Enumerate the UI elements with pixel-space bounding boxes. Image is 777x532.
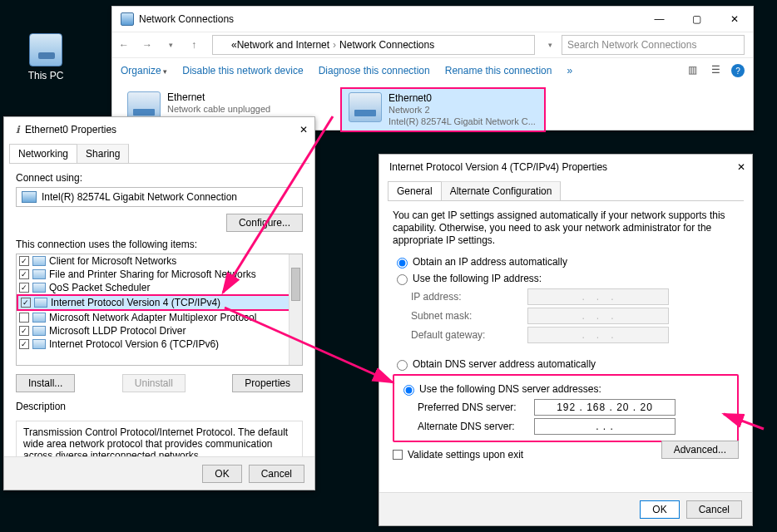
view-details-icon[interactable]: ☰ — [708, 64, 723, 77]
adapter-device: Intel(R) 82574L Gigabit Network C... — [388, 116, 536, 127]
default-gateway-label: Default gateway: — [411, 329, 527, 341]
properties-button[interactable]: Properties — [232, 374, 303, 392]
subnet-mask-field: . . . — [527, 308, 669, 324]
radio-ip-manual[interactable]: Use the following IP address: — [393, 272, 739, 285]
nav-up[interactable]: ↑ — [182, 39, 205, 51]
radio-dns-manual[interactable]: Use the following DNS server addresses: — [399, 382, 732, 396]
component-icon — [32, 283, 46, 293]
help-icon[interactable]: ? — [731, 64, 745, 77]
component-icon — [32, 313, 46, 323]
cancel-button[interactable]: Cancel — [249, 465, 304, 483]
adapter-small-icon: ℹ — [16, 124, 20, 136]
cancel-button[interactable]: Cancel — [686, 500, 742, 519]
rename-button[interactable]: Rename this connection — [445, 65, 552, 76]
network-connections-window: Network Connections — ▢ ✕ ← → ▾ ↑ « Netw… — [111, 6, 754, 131]
checkbox[interactable] — [393, 450, 403, 460]
item-label: Client for Microsoft Networks — [49, 255, 176, 267]
ip-address-field: . . . — [527, 288, 669, 305]
minimize-button[interactable]: — — [641, 7, 678, 32]
close-button[interactable]: ✕ — [299, 124, 308, 135]
tab-networking[interactable]: Networking — [9, 144, 77, 163]
adapter-name: Intel(R) 82574L Gigabit Network Connecti… — [42, 191, 237, 203]
list-item[interactable]: QoS Packet Scheduler — [17, 281, 302, 294]
component-icon — [34, 298, 47, 308]
scrollbar[interactable] — [289, 254, 302, 365]
organize-button[interactable]: Organize — [121, 65, 167, 76]
connect-using-label: Connect using: — [16, 172, 303, 184]
nav-recent[interactable]: ▾ — [159, 41, 182, 49]
radio-ip-auto[interactable]: Obtain an IP address automatically — [393, 255, 739, 268]
refresh-button[interactable]: ▾ — [538, 41, 562, 49]
list-item[interactable]: Client for Microsoft Networks — [17, 254, 302, 268]
component-icon — [32, 269, 46, 279]
breadcrumb-seg2[interactable]: Network Connections — [339, 39, 434, 51]
breadcrumb-seg1[interactable]: Network and Internet — [237, 39, 329, 51]
search-placeholder: Search Network Connections — [567, 39, 696, 51]
checkbox[interactable] — [19, 256, 29, 266]
dialog-title: Internet Protocol Version 4 (TCP/IPv4) P… — [389, 161, 737, 173]
nic-icon — [22, 191, 37, 203]
search-input[interactable]: Search Network Connections — [562, 35, 745, 55]
window-title: Network Connections — [139, 13, 641, 25]
default-gateway-field: . . . — [527, 327, 669, 343]
checkbox[interactable] — [19, 339, 29, 349]
component-icon — [32, 326, 46, 336]
install-button[interactable]: Install... — [16, 374, 75, 392]
ok-button[interactable]: OK — [640, 500, 679, 519]
advanced-button[interactable]: Advanced... — [661, 441, 739, 459]
titlebar: Network Connections — ▢ ✕ — [112, 7, 753, 32]
command-bar: Organize Disable this network device Dia… — [112, 58, 753, 83]
maximize-button[interactable]: ▢ — [678, 7, 715, 32]
items-listbox[interactable]: Client for Microsoft Networks File and P… — [16, 254, 303, 366]
radio-dns-auto[interactable]: Obtain DNS server address automatically — [393, 357, 739, 371]
checkbox[interactable] — [19, 313, 29, 323]
dialog-titlebar: Internet Protocol Version 4 (TCP/IPv4) P… — [379, 155, 752, 180]
network-icon — [121, 12, 134, 26]
overflow-button[interactable]: » — [567, 65, 572, 76]
adapter-name: Ethernet0 — [388, 92, 536, 104]
nav-fwd[interactable]: → — [136, 39, 159, 51]
checkbox[interactable] — [21, 298, 31, 308]
list-item[interactable]: File and Printer Sharing for Microsoft N… — [17, 268, 302, 281]
dns-highlight-frame: Use the following DNS server addresses: … — [393, 374, 739, 442]
desktop-this-pc[interactable]: This PC — [21, 33, 71, 81]
address-row: ← → ▾ ↑ « Network and Internet › Network… — [112, 32, 753, 58]
alternate-dns-field[interactable]: . . . — [534, 418, 676, 435]
alternate-dns-label: Alternate DNS server: — [418, 421, 534, 432]
desktop-label: This PC — [21, 70, 71, 81]
view-thumbnails-icon[interactable]: ▥ — [685, 64, 700, 77]
breadcrumb[interactable]: « Network and Internet › Network Connect… — [212, 35, 535, 55]
nav-back[interactable]: ← — [112, 39, 136, 51]
list-item-ipv4[interactable]: Internet Protocol Version 4 (TCP/IPv4) — [17, 294, 302, 311]
subnet-mask-label: Subnet mask: — [411, 310, 527, 322]
intro-text: You can get IP settings assigned automat… — [393, 209, 739, 247]
item-label: Internet Protocol Version 6 (TCP/IPv6) — [49, 338, 219, 350]
tab-sharing[interactable]: Sharing — [77, 144, 129, 163]
adapter-ethernet0[interactable]: Ethernet0 Network 2 Intel(R) 82574L Giga… — [341, 88, 545, 131]
adapter-name: Ethernet — [167, 91, 270, 103]
dialog-title: Ethernet0 Properties — [25, 124, 299, 135]
tab-alternate-configuration[interactable]: Alternate Configuration — [441, 181, 562, 200]
list-item[interactable]: Internet Protocol Version 6 (TCP/IPv6) — [17, 337, 302, 351]
preferred-dns-field[interactable]: 192 . 168 . 20 . 20 — [534, 399, 676, 416]
checkbox[interactable] — [19, 326, 29, 336]
disable-device-button[interactable]: Disable this network device — [182, 65, 303, 76]
ipv4-properties-dialog: Internet Protocol Version 4 (TCP/IPv4) P… — [379, 154, 753, 526]
item-label: File and Printer Sharing for Microsoft N… — [49, 268, 256, 280]
diagnose-button[interactable]: Diagnose this connection — [319, 65, 430, 76]
list-item[interactable]: Microsoft LLDP Protocol Driver — [17, 324, 302, 337]
item-label: Internet Protocol Version 4 (TCP/IPv4) — [51, 297, 220, 308]
close-button[interactable]: ✕ — [737, 161, 745, 173]
list-item[interactable]: Microsoft Network Adapter Multiplexor Pr… — [17, 311, 302, 324]
ok-button[interactable]: OK — [202, 465, 241, 483]
item-label: Microsoft LLDP Protocol Driver — [49, 325, 186, 337]
breadcrumb-prefix: « — [231, 39, 237, 51]
checkbox[interactable] — [19, 283, 29, 293]
checkbox[interactable] — [19, 269, 29, 279]
configure-button[interactable]: Configure... — [226, 214, 303, 232]
chevron-right-icon: › — [333, 39, 336, 51]
item-label: QoS Packet Scheduler — [49, 282, 150, 293]
tab-general[interactable]: General — [388, 181, 442, 200]
adapter-status: Network 2 — [388, 104, 536, 116]
close-button[interactable]: ✕ — [715, 7, 753, 32]
